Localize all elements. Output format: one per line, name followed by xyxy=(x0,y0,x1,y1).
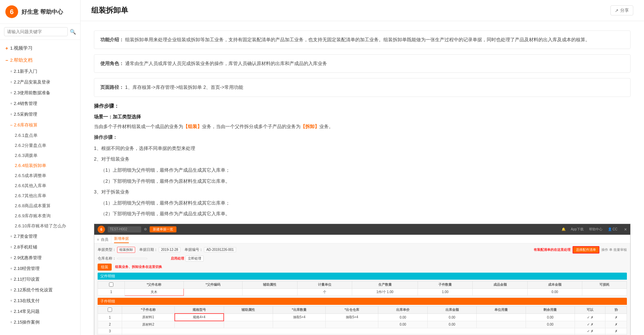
th-out-wh: *出仓仓库 xyxy=(326,306,378,314)
step2-2: （2）下部明细为子件明细，最终作为原材料生成其它出库单。 xyxy=(101,177,631,186)
mock-tab-new[interactable]: 新增单据 xyxy=(114,235,129,243)
sidebar-item-label: 2.9优惠券管理 xyxy=(14,255,42,261)
assembly-label: 组装业务、拆卸业务在这里切换 xyxy=(115,265,162,269)
mock-bell-icon: 🔔 xyxy=(561,227,566,231)
th-check xyxy=(98,281,125,288)
logo-text: 好生意 帮助中心 xyxy=(21,8,63,16)
step3-1: （1）上部明细为父件明细，最终作为原材料生成其它出库单； xyxy=(101,199,631,208)
role-label: 使用角色： xyxy=(100,61,124,66)
sidebar-item-2-10[interactable]: + 2.10经营管理 xyxy=(0,263,80,274)
step3: 3、对于拆装业务 xyxy=(94,187,631,197)
mock-subnav: ≡ 自员 新增单据 xyxy=(94,235,630,243)
td-unituse1 xyxy=(477,314,526,321)
logo-area: 6 好生意 帮助中心 xyxy=(0,0,80,24)
sidebar-item-video[interactable]: + 1.视频学习 xyxy=(0,43,80,54)
mock-annotation2-area: 启用处理 立即处理 xyxy=(171,256,204,262)
th-check2 xyxy=(98,306,122,314)
sidebar-item-2-15[interactable]: + 2.15操作案例 xyxy=(0,317,80,328)
td-cname1: 原材料1 xyxy=(122,314,174,321)
td-outprice2: 0.00 xyxy=(378,321,427,328)
mock-left-nav: ≡ 自员 xyxy=(97,235,111,243)
th-ok: 可以 xyxy=(575,306,605,314)
sidebar-item-2-6-3[interactable]: 2.6.3调拨单 xyxy=(0,151,80,161)
search-button[interactable]: 🔍 xyxy=(70,29,76,35)
sidebar-item-label: 2.1新手入门 xyxy=(14,68,37,74)
sidebar-item-label: 2.10经营管理 xyxy=(14,266,40,272)
sidebar-item-2-6-4[interactable]: 2.6.4组装拆卸单 xyxy=(0,161,80,171)
sidebar-item-label: 2.8手机旺铺 xyxy=(14,244,37,250)
sub-plus-icon: + xyxy=(10,266,12,271)
intro-label: 功能介绍： xyxy=(100,37,124,42)
th-checkbox2[interactable] xyxy=(108,308,112,312)
sidebar-item-2-8[interactable]: + 2.8手机旺铺 xyxy=(0,242,80,253)
mock-app-label: App下载 xyxy=(571,227,584,232)
sidebar-item-2-6-7[interactable]: 2.6.7其他出库单 xyxy=(0,191,80,201)
sidebar-item-2-6-1[interactable]: 2.6.1盘点单 xyxy=(0,130,80,141)
sidebar-item-2-6-10[interactable]: 2.6.10库存账本错了怎么办 xyxy=(0,221,80,231)
mock-form-area: 单据类型： 组装拆卸 单据日期： 2019-12-28 单据编号： AD-201… xyxy=(94,243,630,335)
sub-plus-icon: + xyxy=(10,245,12,249)
table-row: 1 原材料1 规格4+4 抽取5+4 抽取5+4 0.00 0.00 0 xyxy=(98,314,627,321)
sidebar-item-2-13[interactable]: + 2.13在线支付 xyxy=(0,295,80,306)
sidebar-item-2-6-8[interactable]: 2.6.8商品成本重算 xyxy=(0,201,80,211)
sidebar-item-2-6-2[interactable]: 2.6.2分量盘点单 xyxy=(0,141,80,151)
path-label: 页面路径： xyxy=(100,85,124,90)
mock-warehouse-input xyxy=(117,258,147,259)
sidebar-item-label: 2.12系统个性化设置 xyxy=(14,287,53,293)
mock-close-icon[interactable]: × xyxy=(624,227,627,232)
mock-field-label: 单据类型： xyxy=(98,247,116,252)
mock-logo-icon: 6 xyxy=(98,226,105,233)
th-checkbox[interactable] xyxy=(109,282,113,287)
sidebar-item-docs[interactable]: − 2.帮助文档 xyxy=(0,55,80,66)
sidebar-item-2-5[interactable]: + 2.5采购管理 xyxy=(0,109,80,120)
th-cost-amt: 成本金额 xyxy=(527,281,582,288)
th-out-amt: 出库金额 xyxy=(427,306,476,314)
sub-plus-icon: + xyxy=(10,69,12,74)
td-cname2: 原材料2 xyxy=(122,321,174,328)
sidebar-item-label: 2.3使用前数据准备 xyxy=(14,90,50,96)
sidebar-item-2-11[interactable]: + 2.11打印设置 xyxy=(0,274,80,285)
sidebar-item-2-2[interactable]: + 2.2产品安装及登录 xyxy=(0,77,80,88)
th-unit-use: 单位用量 xyxy=(477,306,526,314)
search-area: 🔍 xyxy=(0,24,80,40)
sidebar-item-2-6[interactable]: − 2.6库存核算 xyxy=(0,120,80,130)
td-ok1: ✓ ✗ xyxy=(575,314,605,321)
sidebar-item-label: 2.2产品安装及登录 xyxy=(14,79,50,85)
mock-assembly-toggle[interactable]: 组装 xyxy=(98,264,112,271)
sidebar-item-2-12[interactable]: + 2.12系统个性化设置 xyxy=(0,285,80,295)
sidebar-item-2-9[interactable]: + 2.9优惠券管理 xyxy=(0,253,80,263)
td-remain1: 0.00 xyxy=(526,314,575,321)
sub-plus-icon: + xyxy=(10,256,12,260)
ops-title: 操作步骤： xyxy=(94,103,631,109)
sidebar-item-2-3[interactable]: + 2.3使用前数据准备 xyxy=(0,88,80,98)
share-label: 分享 xyxy=(620,7,629,13)
mock-tab-area: 新增单据 xyxy=(111,235,131,243)
sub-plus-icon: + xyxy=(10,80,12,85)
sidebar-item-2-7[interactable]: + 2.7资金管理 xyxy=(0,231,80,242)
sub-plus-icon: + xyxy=(10,234,12,239)
td-num2: 2 xyxy=(98,321,122,328)
sidebar-item-label: 2.14常见问题 xyxy=(14,309,40,315)
sidebar-item-2-6-5[interactable]: 2.6.5成本调整单 xyxy=(0,171,80,181)
td-outqty1: 抽取5+4 xyxy=(273,314,325,321)
mock-annotation1-area: 有装配清单的在这里处理 选择配件清单 操作 单 批量审核 xyxy=(534,246,627,254)
search-input[interactable] xyxy=(4,27,68,36)
sidebar-item-2-14[interactable]: + 2.14常见问题 xyxy=(0,306,80,317)
th-coop: 协 xyxy=(605,306,627,314)
sub-plus-icon: + xyxy=(10,277,12,282)
th-parent-code: *父件编码 xyxy=(183,281,242,288)
step1: 1、根据不同的业务，选择不同单据的类型来处理 xyxy=(94,144,631,153)
mock-warehouse-label: 仓库名称： xyxy=(98,256,116,261)
sidebar-item-label: 2.4销售管理 xyxy=(14,101,37,107)
td-ok3: ✓ ✗ xyxy=(575,328,605,334)
sidebar-item-2-1[interactable]: + 2.1新手入门 xyxy=(0,66,80,77)
screenshot-container: 6 TEST-H002 ⚙ 新建单据一览 🔔 App下载 帮助中心 👤 CC × xyxy=(94,224,631,335)
table-row: 1 关木 个 1件/个 1.00 1.00 0.00 xyxy=(98,288,627,295)
sub-plus-icon: + xyxy=(10,309,12,314)
plus-icon: + xyxy=(5,46,8,51)
share-button[interactable]: ↗ 分享 xyxy=(610,5,633,15)
sidebar-item-2-6-6[interactable]: 2.6.6其他入库单 xyxy=(0,181,80,191)
minus-icon: − xyxy=(5,58,8,63)
sidebar-item-2-4[interactable]: + 2.4销售管理 xyxy=(0,98,80,109)
sidebar-item-2-6-9[interactable]: 2.6.9库存账本查询 xyxy=(0,211,80,221)
